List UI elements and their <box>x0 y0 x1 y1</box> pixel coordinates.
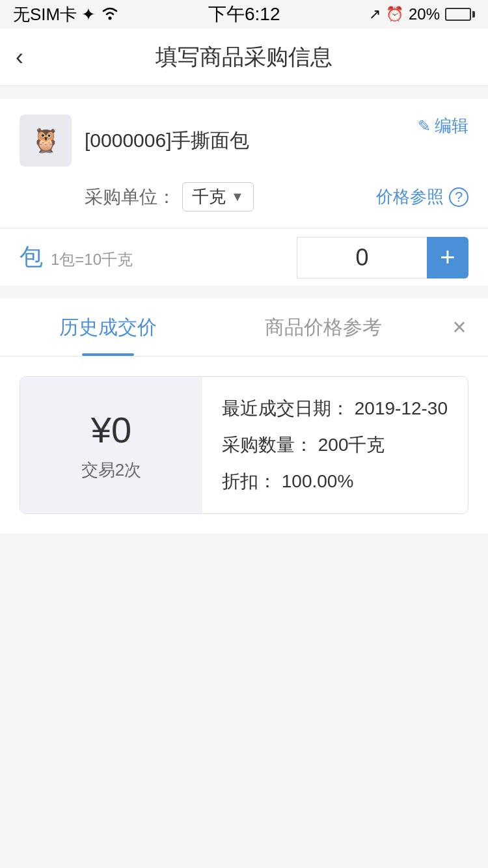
tab-price-ref-label: 商品价格参考 <box>265 314 382 341</box>
price-reference-button[interactable]: 价格参照 ? <box>376 185 468 208</box>
product-thumbnail: 🦉 <box>20 115 72 167</box>
alarm-icon: ⏰ <box>386 6 403 23</box>
tab-active-indicator <box>82 353 134 356</box>
discount-label: 折扣： <box>222 471 277 491</box>
status-bar: 无SIM卡 ✦ 下午6:12 ↗ ⏰ 20% <box>0 0 488 29</box>
price-summary-panel: ¥0 交易2次 <box>20 377 202 513</box>
unit-dropdown[interactable]: 千克 ▼ <box>182 182 254 211</box>
price-transactions: 交易2次 <box>81 459 141 481</box>
tabs-section: 历史成交价 商品价格参考 × ¥0 交易2次 最近成交日期： 2019-12-3… <box>0 299 488 534</box>
unit-selector: 采购单位： 千克 ▼ <box>20 182 254 211</box>
quantity-plus-button[interactable]: + <box>427 237 468 278</box>
tab-history-price[interactable]: 历史成交价 <box>0 299 215 356</box>
price-ref-label: 价格参照 <box>376 185 444 208</box>
discount-value: 100.00% <box>282 471 354 491</box>
edit-icon: ✎ <box>418 117 431 135</box>
purchase-qty-label: 采购数量： <box>222 435 313 455</box>
quantity-input[interactable]: 0 <box>297 237 427 278</box>
product-unit-row: 采购单位： 千克 ▼ 价格参照 ? <box>20 182 468 211</box>
back-button[interactable]: ‹ <box>16 44 23 71</box>
unit-label: 采购单位： <box>85 185 176 210</box>
pkg-label: 包 <box>20 241 43 273</box>
tab-price-reference[interactable]: 商品价格参考 <box>215 299 431 356</box>
discount-row: 折扣： 100.00% <box>222 469 448 494</box>
price-amount: ¥0 <box>91 409 131 451</box>
tabs-header: 历史成交价 商品价格参考 × <box>0 299 488 357</box>
wifi-icon <box>101 5 119 25</box>
edit-button[interactable]: ✎ 编辑 <box>418 115 468 137</box>
help-icon[interactable]: ? <box>449 187 468 207</box>
tabs-close-button[interactable]: × <box>431 299 488 356</box>
recent-date-value: 2019-12-30 <box>355 398 448 418</box>
status-carrier: 无SIM卡 ✦ <box>13 3 119 26</box>
close-icon: × <box>452 314 466 341</box>
product-logo-icon: 🦉 <box>31 127 61 154</box>
price-detail-panel: 最近成交日期： 2019-12-30 采购数量： 200千克 折扣： 100.0… <box>202 377 468 513</box>
dropdown-arrow-icon: ▼ <box>231 189 244 204</box>
product-card: 🦉 [0000006]手撕面包 ✎ 编辑 采购单位： 千克 ▼ 价格参照 ? <box>0 99 488 227</box>
product-left: 🦉 [0000006]手撕面包 <box>20 115 249 167</box>
purchase-qty-value: 200千克 <box>318 435 385 455</box>
battery-percent: 20% <box>409 5 440 23</box>
unit-value: 千克 <box>192 185 226 208</box>
status-indicators: ↗ ⏰ 20% <box>369 5 475 23</box>
recent-date-label: 最近成交日期： <box>222 398 349 418</box>
plus-icon: + <box>440 243 455 272</box>
location-icon: ↗ <box>369 6 381 23</box>
battery-icon <box>445 8 475 21</box>
quantity-row: 包 1包=10千克 0 + <box>0 228 488 286</box>
quantity-input-area: 0 + <box>297 237 468 278</box>
quantity-value: 0 <box>355 244 368 271</box>
quantity-label: 包 1包=10千克 <box>20 241 133 273</box>
carrier-text: 无SIM卡 ✦ <box>13 3 96 26</box>
edit-label: 编辑 <box>435 115 468 137</box>
svg-point-0 <box>109 16 112 20</box>
page-title: 填写商品采购信息 <box>156 42 332 72</box>
pkg-equiv: 1包=10千克 <box>51 249 133 270</box>
product-name: [0000006]手撕面包 <box>85 128 249 154</box>
nav-bar: ‹ 填写商品采购信息 <box>0 29 488 86</box>
tab-content-history: ¥0 交易2次 最近成交日期： 2019-12-30 采购数量： 200千克 折… <box>0 357 488 534</box>
status-time: 下午6:12 <box>208 2 280 27</box>
recent-date-row: 最近成交日期： 2019-12-30 <box>222 396 448 421</box>
tab-history-label: 历史成交价 <box>59 314 157 341</box>
purchase-qty-row: 采购数量： 200千克 <box>222 433 448 457</box>
price-card: ¥0 交易2次 最近成交日期： 2019-12-30 采购数量： 200千克 折… <box>20 376 468 514</box>
product-header: 🦉 [0000006]手撕面包 ✎ 编辑 <box>20 115 468 167</box>
bottom-area <box>0 534 488 794</box>
